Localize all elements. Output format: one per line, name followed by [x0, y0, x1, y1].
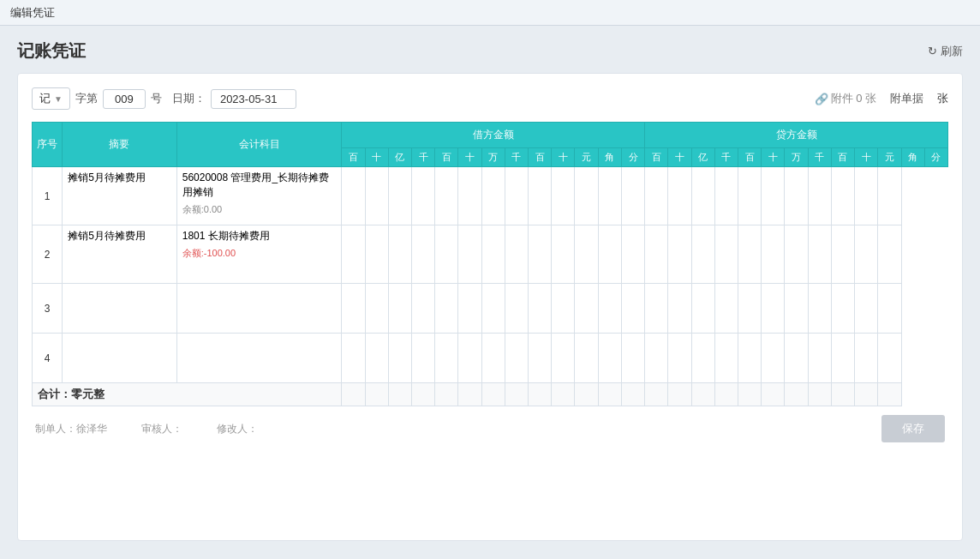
voucher-table: 序号 摘要 会计科目 借方金额 贷方金额 百 十 亿 千 百 十 万 [32, 122, 948, 406]
summary-row: 合计：零元整 [33, 383, 948, 406]
hao-label: 号 [151, 91, 162, 106]
table-header-row-1: 序号 摘要 会计科目 借方金额 贷方金额 [33, 123, 948, 148]
voucher-type-value: 记 [39, 91, 51, 106]
attachment-area: 🔗 附件 0 张 附单据 张 [815, 91, 948, 106]
row3-seq: 3 [33, 284, 63, 334]
sub-h-8: 千 [505, 148, 528, 167]
sub-h-23: 十 [855, 148, 878, 167]
sub-h-4: 千 [411, 148, 434, 167]
refresh-label: 刷新 [941, 44, 963, 59]
chevron-down-icon: ▼ [54, 94, 63, 104]
refresh-button[interactable]: ↻ 刷新 [928, 44, 963, 59]
table-row: 1 摊销5月待摊费用 56020008 管理费用_长期待摊费用摊销 余额:0.0… [33, 167, 948, 225]
zi-label: 字第 [75, 91, 98, 106]
row2-seq: 2 [33, 225, 63, 284]
sub-h-14: 百 [645, 148, 668, 167]
save-button[interactable]: 保存 [881, 415, 945, 442]
attachment-label: 附件 0 张 [831, 91, 876, 106]
page-title: 记账凭证 [17, 39, 86, 63]
sub-h-26: 分 [924, 148, 947, 167]
title-bar: 编辑凭证 [0, 0, 980, 26]
row1-account[interactable]: 56020008 管理费用_长期待摊费用摊销 余额:0.00 [176, 167, 342, 225]
sub-h-12: 角 [598, 148, 621, 167]
modifier-label: 修改人： [217, 422, 258, 436]
row2-summary[interactable]: 摊销5月待摊费用 [63, 225, 177, 284]
voucher-type-group: 记 ▼ 字第 009 号 [32, 87, 162, 110]
content-card: 记 ▼ 字第 009 号 日期： 2023-05-31 🔗 附件 0 张 附单据… [17, 73, 963, 541]
row2-account[interactable]: 1801 长期待摊费用 余额:-100.00 [176, 225, 342, 284]
row1-balance: 余额:0.00 [182, 203, 337, 216]
col-summary-header: 摘要 [63, 123, 177, 167]
fu-dan-ju-label: 附单据 [890, 91, 923, 106]
row4-account[interactable] [176, 334, 342, 383]
row3-summary[interactable] [63, 284, 177, 334]
sub-h-22: 百 [831, 148, 854, 167]
sub-h-1: 百 [342, 148, 365, 167]
footer-row: 制单人：徐泽华 审核人： 修改人： 保存 [32, 406, 948, 442]
attachment-icon: 🔗 [815, 93, 828, 105]
col-debit-header: 借方金额 [342, 123, 645, 148]
row4-seq: 4 [33, 334, 63, 383]
col-credit-header: 贷方金额 [645, 123, 948, 148]
refresh-icon: ↻ [928, 45, 937, 57]
sub-h-25: 角 [901, 148, 924, 167]
form-row: 记 ▼ 字第 009 号 日期： 2023-05-31 🔗 附件 0 张 附单据… [32, 87, 948, 110]
col-account-header: 会计科目 [176, 123, 342, 167]
table-row: 3 [33, 284, 948, 334]
row2-balance: 余额:-100.00 [182, 247, 337, 260]
sub-h-3: 亿 [388, 148, 411, 167]
sub-h-5: 百 [435, 148, 458, 167]
zhang-label: 张 [937, 91, 948, 106]
page-header: 记账凭证 ↻ 刷新 [17, 39, 963, 63]
sub-h-20: 万 [785, 148, 808, 167]
row3-account[interactable] [176, 284, 342, 334]
sub-h-16: 亿 [691, 148, 714, 167]
sub-h-17: 千 [714, 148, 738, 167]
attachment-link[interactable]: 🔗 附件 0 张 [815, 91, 876, 106]
voucher-number-field[interactable]: 009 [103, 89, 146, 109]
sub-h-2: 十 [365, 148, 388, 167]
table-row: 4 [33, 334, 948, 383]
row1-seq: 1 [33, 167, 63, 225]
sub-h-15: 十 [668, 148, 691, 167]
sub-h-21: 千 [808, 148, 831, 167]
row4-summary[interactable] [63, 334, 177, 383]
date-group: 日期： 2023-05-31 [172, 89, 296, 109]
reviewer-label: 审核人： [141, 422, 182, 436]
sub-h-11: 元 [575, 148, 598, 167]
sub-h-7: 万 [481, 148, 505, 167]
sub-h-9: 百 [529, 148, 552, 167]
table-wrapper: 序号 摘要 会计科目 借方金额 贷方金额 百 十 亿 千 百 十 万 [32, 122, 948, 406]
date-field[interactable]: 2023-05-31 [211, 89, 296, 109]
maker-label: 制单人：徐泽华 [35, 422, 107, 436]
date-label: 日期： [172, 91, 206, 106]
sub-h-6: 十 [458, 148, 481, 167]
sub-h-19: 十 [762, 148, 785, 167]
summary-text: 合计：零元整 [33, 383, 342, 406]
sub-h-24: 元 [878, 148, 901, 167]
table-row: 2 摊销5月待摊费用 1801 长期待摊费用 余额:-100.00 [33, 225, 948, 284]
sub-h-18: 百 [738, 148, 762, 167]
voucher-type-button[interactable]: 记 ▼ [32, 87, 70, 110]
col-seq-header: 序号 [33, 123, 63, 167]
sub-h-13: 分 [621, 148, 644, 167]
sub-h-10: 十 [552, 148, 575, 167]
row1-summary[interactable]: 摊销5月待摊费用 [63, 167, 177, 225]
main-container: 记账凭证 ↻ 刷新 记 ▼ 字第 009 号 日期： 2023-05-31 [0, 26, 980, 559]
title-bar-label: 编辑凭证 [10, 5, 55, 21]
